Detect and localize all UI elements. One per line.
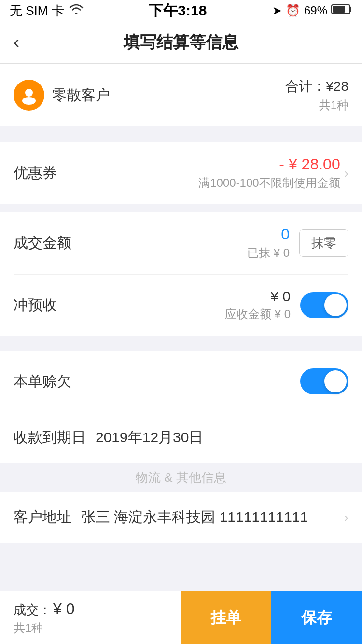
nav-bar: ‹ 填写结算等信息 (0, 21, 362, 64)
page-title: 填写结算等信息 (124, 31, 238, 54)
coupon-section[interactable]: 优惠券 - ¥ 28.00 满1000-100不限制使用金额 › (0, 142, 362, 204)
advance-amount-col: ¥ 0 应收金额 ¥ 0 (225, 288, 291, 322)
transaction-section: 成交金额 0 已抹 ¥ 0 抹零 冲预收 ¥ 0 应收金额 ¥ 0 (0, 212, 362, 336)
deal-amount-col: 0 已抹 ¥ 0 (247, 225, 290, 261)
content-area: 零散客户 合计：¥28 共1种 优惠券 - ¥ 28.00 满1000-100不… (0, 64, 362, 644)
bottom-info: 成交： ¥ 0 共1种 (0, 600, 181, 636)
debt-section: 本单赊欠 收款到期日 2019年12月30日 (0, 351, 362, 463)
svg-point-2 (25, 89, 33, 97)
debt-label: 本单赊欠 (14, 372, 71, 392)
address-value: 张三 海淀永丰科技园 11111111111 (81, 507, 344, 527)
advance-row: 冲预收 ¥ 0 应收金额 ¥ 0 (14, 275, 348, 336)
alarm-icon: ⏰ (286, 4, 300, 17)
wifi-icon (69, 4, 84, 17)
chevron-right-icon: › (344, 166, 348, 181)
deal-amount-label: 成交金额 (14, 233, 71, 253)
divider-3 (0, 336, 362, 343)
divider-1 (0, 126, 362, 134)
advance-right: ¥ 0 应收金额 ¥ 0 (225, 288, 348, 322)
save-button[interactable]: 保存 (271, 591, 362, 644)
deal-amount-row: 成交金额 0 已抹 ¥ 0 抹零 (14, 212, 348, 275)
customer-avatar (14, 80, 44, 111)
deal-amount-value: 0 (247, 225, 290, 243)
advance-receivable-text: 应收金额 ¥ 0 (225, 307, 291, 322)
bottom-count: 共1种 (14, 620, 167, 636)
deal-amount-right: 0 已抹 ¥ 0 抹零 (247, 225, 348, 261)
hang-button[interactable]: 挂单 (181, 591, 271, 644)
svg-rect-1 (333, 6, 345, 13)
due-date-row: 收款到期日 2019年12月30日 (14, 412, 348, 463)
already-rounded-text: 已抹 ¥ 0 (247, 245, 290, 261)
address-chevron-icon: › (344, 510, 348, 525)
due-date-label: 收款到期日 (14, 428, 86, 448)
debt-row: 本单赊欠 (14, 351, 348, 412)
debt-toggle[interactable] (300, 368, 348, 394)
bottom-bar: 成交： ¥ 0 共1种 挂单 保存 (0, 591, 362, 644)
status-bar: 无 SIM 卡 下午3:18 ➤ ⏰ 69% (0, 0, 362, 21)
svg-point-3 (22, 97, 36, 105)
customer-total: 合计：¥28 共1种 (285, 77, 348, 113)
advance-toggle[interactable] (300, 292, 348, 318)
total-amount-label: 合计：¥28 (285, 77, 348, 96)
due-date-value: 2019年12月30日 (96, 428, 203, 448)
advance-label: 冲预收 (14, 295, 57, 315)
total-count-label: 共1种 (285, 98, 348, 113)
sim-label: 无 SIM 卡 (10, 2, 64, 19)
address-row[interactable]: 客户地址 张三 海淀永丰科技园 11111111111 › (14, 492, 348, 543)
address-section: 客户地址 张三 海淀永丰科技园 11111111111 › (0, 492, 362, 543)
advance-amount-value: ¥ 0 (225, 288, 291, 305)
back-button[interactable]: ‹ (14, 32, 19, 53)
logistics-section: 物流 & 其他信息 (0, 463, 362, 492)
bottom-deal-label: 成交： (14, 602, 51, 618)
divider-2 (0, 204, 362, 212)
customer-name: 零散客户 (52, 85, 110, 105)
round-off-button[interactable]: 抹零 (299, 229, 348, 257)
status-left: 无 SIM 卡 (10, 2, 84, 19)
status-time: 下午3:18 (149, 1, 207, 21)
battery-icon (331, 4, 352, 17)
coupon-discount: - ¥ 28.00 (198, 155, 340, 173)
location-icon: ➤ (272, 4, 282, 17)
battery-label: 69% (304, 4, 327, 17)
status-right: ➤ ⏰ 69% (272, 4, 352, 17)
address-label: 客户地址 (14, 507, 71, 527)
bottom-amount: ¥ 0 (53, 600, 74, 618)
coupon-info: - ¥ 28.00 满1000-100不限制使用金额 (198, 155, 340, 191)
coupon-right: - ¥ 28.00 满1000-100不限制使用金额 › (198, 155, 348, 191)
coupon-label: 优惠券 (14, 163, 57, 183)
logistics-label: 物流 & 其他信息 (136, 469, 226, 486)
coupon-desc: 满1000-100不限制使用金额 (198, 175, 340, 191)
customer-left: 零散客户 (14, 80, 110, 111)
bottom-deal-row: 成交： ¥ 0 (14, 600, 167, 618)
customer-section: 零散客户 合计：¥28 共1种 (0, 64, 362, 126)
